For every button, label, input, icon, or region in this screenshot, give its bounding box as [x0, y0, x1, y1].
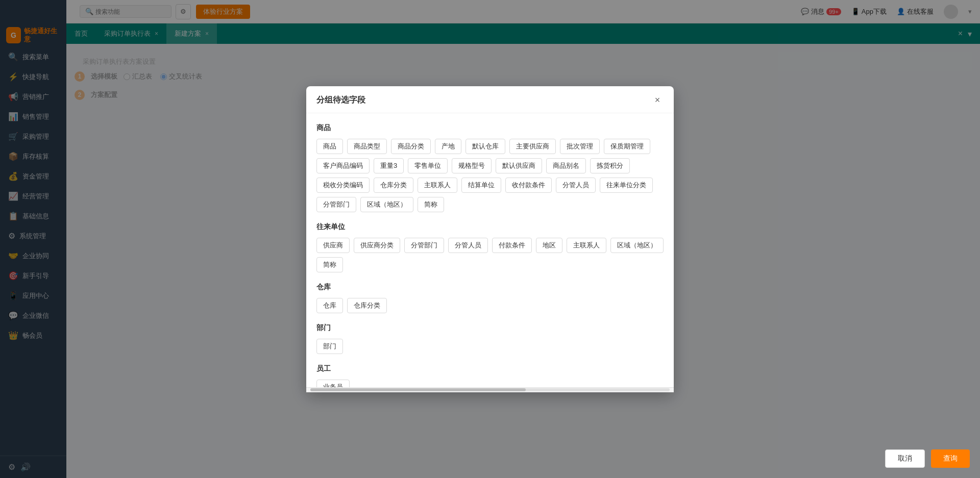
- section-title-staff: 员工: [316, 364, 664, 373]
- field-tag[interactable]: 供应商: [316, 238, 350, 253]
- field-tag[interactable]: 商品别名: [546, 158, 586, 173]
- field-tag[interactable]: 往来单位分类: [600, 178, 653, 193]
- field-grid-warehouse: 仓库仓库分类: [316, 298, 664, 313]
- cancel-button[interactable]: 取消: [885, 449, 925, 468]
- field-tag[interactable]: 默认供应商: [496, 158, 542, 173]
- field-grid-dept: 部门: [316, 339, 664, 354]
- field-tag[interactable]: 区域（地区）: [610, 238, 664, 253]
- field-tag[interactable]: 批次管理: [560, 139, 600, 154]
- modal-close-button[interactable]: ×: [651, 94, 664, 107]
- field-tag[interactable]: 商品分类: [391, 139, 431, 154]
- field-tag[interactable]: 商品类型: [347, 139, 387, 154]
- field-tag[interactable]: 分管人员: [556, 178, 596, 193]
- modal-overlay: 分组待选字段 × 商品 商品商品类型商品分类产地默认仓库主要供应商批次管理保质期…: [0, 0, 980, 478]
- field-tag[interactable]: 结算单位: [461, 178, 501, 193]
- section-title-warehouse: 仓库: [316, 283, 664, 292]
- field-grid-partner: 供应商供应商分类分管部门分管人员付款条件地区主联系人区域（地区）简称: [316, 238, 664, 272]
- scroll-track: [310, 388, 670, 391]
- modal-body: 商品 商品商品类型商品分类产地默认仓库主要供应商批次管理保质期管理客户商品编码重…: [306, 113, 674, 387]
- field-tag[interactable]: 默认仓库: [465, 139, 505, 154]
- modal-header: 分组待选字段 ×: [306, 86, 674, 113]
- field-tag[interactable]: 付款条件: [492, 238, 532, 253]
- field-tag[interactable]: 仓库分类: [347, 298, 387, 313]
- confirm-button[interactable]: 查询: [931, 449, 970, 468]
- scroll-thumb: [310, 388, 526, 391]
- field-tag[interactable]: 商品: [316, 139, 343, 154]
- field-tag[interactable]: 零售单位: [408, 158, 448, 173]
- field-tag[interactable]: 地区: [536, 238, 562, 253]
- field-tag[interactable]: 主联系人: [567, 238, 606, 253]
- field-tag[interactable]: 部门: [316, 339, 343, 354]
- modal: 分组待选字段 × 商品 商品商品类型商品分类产地默认仓库主要供应商批次管理保质期…: [306, 86, 674, 392]
- field-tag[interactable]: 主要供应商: [509, 139, 556, 154]
- field-tag[interactable]: 分管部门: [404, 238, 444, 253]
- field-tag[interactable]: 分管人员: [448, 238, 488, 253]
- field-tag[interactable]: 客户商品编码: [316, 158, 370, 173]
- field-tag[interactable]: 分管部门: [316, 197, 356, 212]
- field-tag[interactable]: 业务员: [316, 380, 350, 387]
- field-tag[interactable]: 主联系人: [418, 178, 457, 193]
- section-title-dept: 部门: [316, 323, 664, 333]
- field-tag[interactable]: 税收分类编码: [316, 178, 370, 193]
- bottom-actions: 取消 查询: [885, 449, 970, 468]
- field-tag[interactable]: 简称: [418, 197, 444, 212]
- field-tag[interactable]: 重量3: [374, 158, 404, 173]
- field-tag[interactable]: 仓库分类: [374, 178, 413, 193]
- field-tag[interactable]: 保质期管理: [604, 139, 650, 154]
- section-title-goods: 商品: [316, 123, 664, 133]
- field-grid-goods: 商品商品类型商品分类产地默认仓库主要供应商批次管理保质期管理客户商品编码重量3零…: [316, 139, 664, 212]
- field-tag[interactable]: 简称: [316, 257, 343, 272]
- field-tag[interactable]: 产地: [435, 139, 461, 154]
- section-title-partner: 往来单位: [316, 222, 664, 232]
- field-tag[interactable]: 仓库: [316, 298, 343, 313]
- modal-title: 分组待选字段: [316, 95, 365, 106]
- field-tag[interactable]: 规格型号: [452, 158, 492, 173]
- field-grid-staff: 业务员: [316, 380, 664, 387]
- field-tag[interactable]: 区域（地区）: [360, 197, 413, 212]
- modal-scrollbar-bottom[interactable]: [306, 387, 674, 392]
- field-tag[interactable]: 拣货积分: [590, 158, 630, 173]
- field-tag[interactable]: 收付款条件: [505, 178, 552, 193]
- field-tag[interactable]: 供应商分类: [354, 238, 400, 253]
